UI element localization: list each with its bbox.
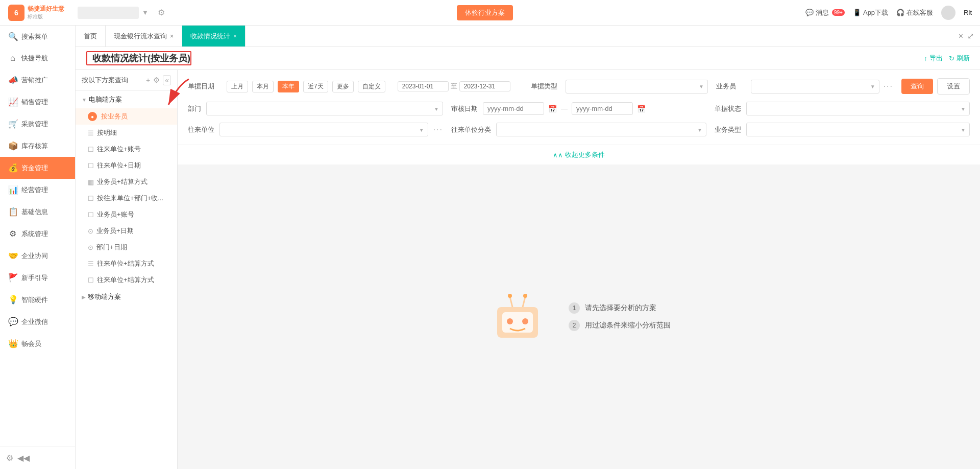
gear-settings[interactable]: ⚙ <box>158 8 165 17</box>
sidebar-item-operation[interactable]: 📊 经营管理 <box>0 179 75 201</box>
scheme-item-partner-dept[interactable]: ☐ 按往来单位+部门+收... <box>76 190 177 206</box>
sidebar-item-wechat[interactable]: 💬 企业微信 <box>0 311 75 333</box>
scheme-item-partner-account[interactable]: ☐ 往来单位+账号 <box>76 141 177 157</box>
tab-close-cash-flow[interactable]: × <box>170 33 174 40</box>
collapse-bar[interactable]: ∧∧ 收起更多条件 <box>178 145 980 165</box>
tab-cash-flow[interactable]: 现金银行流水查询 × <box>106 26 182 46</box>
trial-button[interactable]: 体验行业方案 <box>457 5 513 20</box>
partner-select[interactable] <box>219 123 428 136</box>
sidebar-item-basic[interactable]: 📋 基础信息 <box>0 201 75 223</box>
date-start-input[interactable] <box>398 81 449 91</box>
sidebar-item-search[interactable]: 🔍 搜索菜单 <box>0 26 75 48</box>
voucher-type-select[interactable] <box>566 80 708 93</box>
nav-breadcrumb: ▼ <box>78 7 149 19</box>
header-center: 体验行业方案 <box>457 5 513 20</box>
add-scheme-icon[interactable]: + <box>146 76 150 84</box>
scheme-item-partner-date[interactable]: ☐ 往来单位+日期 <box>76 157 177 174</box>
svg-line-4 <box>510 297 512 307</box>
review-date-end[interactable] <box>572 102 633 115</box>
dept-select[interactable] <box>206 102 443 115</box>
scheme-item-partner-settle1[interactable]: ☰ 往来单位+结算方式 <box>76 255 177 272</box>
scheme-settings-icon[interactable]: ⚙ <box>153 76 160 85</box>
sidebar-item-nav[interactable]: ⌂ 快捷导航 <box>0 48 75 69</box>
settings-button[interactable]: 设置 <box>937 78 970 95</box>
scheme-collapse-icon[interactable]: « <box>163 75 171 85</box>
date-btn-this-year[interactable]: 本年 <box>278 81 299 92</box>
sales-settle-icon: ▦ <box>88 178 94 186</box>
wechat-icon: 💬 <box>8 317 17 326</box>
action-buttons: 查询 设置 <box>901 78 970 95</box>
app-download-item[interactable]: 📱 App下载 <box>853 8 888 17</box>
tab-receipt-stat[interactable]: 收款情况统计 × <box>182 26 246 46</box>
online-service-item[interactable]: 🎧 在线客服 <box>896 8 933 17</box>
salesperson-more-icon[interactable]: ··· <box>884 82 893 91</box>
sidebar-item-guide[interactable]: 🚩 新手引导 <box>0 267 75 289</box>
partner-category-select[interactable] <box>496 123 706 136</box>
review-date-group: 审核日期 📅 — 📅 <box>451 102 706 115</box>
partner-date-icon: ☐ <box>88 162 94 170</box>
sidebar-item-hardware[interactable]: 💡 智能硬件 <box>0 289 75 311</box>
business-type-select-wrapper <box>746 123 970 136</box>
voucher-status-select-wrapper <box>746 102 970 115</box>
business-type-select[interactable] <box>746 123 970 136</box>
voucher-type-select-wrapper <box>566 80 708 93</box>
sidebar-item-member[interactable]: 👑 畅会员 <box>0 333 75 355</box>
calendar-start-icon[interactable]: 📅 <box>548 105 557 113</box>
date-end-input[interactable] <box>459 81 510 91</box>
sidebar-item-finance[interactable]: 💰 资金管理 <box>0 157 75 179</box>
dept-group: 部门 <box>188 102 443 115</box>
sidebar-collapse-icon[interactable]: ◀◀ <box>17 453 30 463</box>
page-header: 收款情况统计(按业务员) ↑ 导出 ↻ 刷新 <box>76 47 980 70</box>
tab-bar: 首页 现金银行流水查询 × 收款情况统计 × × ⤢ <box>76 26 980 47</box>
sidebar-item-purchase[interactable]: 🛒 采购管理 <box>0 113 75 135</box>
scheme-item-by-salesperson[interactable]: ● 按业务员 <box>76 108 177 125</box>
group-arrow-pc: ▼ <box>82 97 87 103</box>
partner-dept-icon: ☐ <box>88 195 94 202</box>
scheme-item-partner-settle2[interactable]: ☐ 往来单位+结算方式 <box>76 272 177 288</box>
scheme-item-by-detail[interactable]: ☰ 按明细 <box>76 125 177 141</box>
user-avatar[interactable] <box>941 6 955 20</box>
sidebar-item-collab[interactable]: 🤝 企业协同 <box>0 245 75 267</box>
scheme-item-dept-date[interactable]: ⊙ 部门+日期 <box>76 239 177 255</box>
sidebar-item-system[interactable]: ⚙ 系统管理 <box>0 223 75 245</box>
scheme-group-mobile[interactable]: ▶ 移动端方案 <box>76 288 177 306</box>
tab-close-receipt-stat[interactable]: × <box>233 33 237 40</box>
collapse-icon: ∧∧ <box>553 151 563 159</box>
refresh-button[interactable]: ↻ 刷新 <box>949 54 970 63</box>
scheme-item-sales-settle[interactable]: ▦ 业务员+结算方式 <box>76 174 177 190</box>
sidebar-item-inventory[interactable]: 📦 库存核算 <box>0 135 75 157</box>
close-all-tabs-icon[interactable]: × <box>959 32 963 41</box>
sidebar-settings-icon[interactable]: ⚙ <box>6 453 13 463</box>
tab-home[interactable]: 首页 <box>76 26 106 46</box>
voucher-status-select[interactable] <box>746 102 970 115</box>
date-btn-custom[interactable]: 自定义 <box>358 81 385 92</box>
logo-icon: 6 <box>8 5 24 21</box>
messages-item[interactable]: 💬 消息 99+ <box>805 8 845 17</box>
salesperson-select[interactable] <box>751 80 879 93</box>
scheme-group-pc[interactable]: ▼ 电脑端方案 <box>76 91 177 108</box>
review-date-start[interactable] <box>483 102 544 115</box>
sidebar-item-marketing[interactable]: 📣 营销推广 <box>0 69 75 91</box>
purchase-icon: 🛒 <box>8 119 17 129</box>
partner-more-icon[interactable]: ··· <box>433 125 443 134</box>
scheme-item-sales-account[interactable]: ☐ 业务员+账号 <box>76 206 177 223</box>
illustration-svg <box>487 282 548 343</box>
query-button[interactable]: 查询 <box>901 79 933 94</box>
salesperson-label: 业务员 <box>716 82 747 91</box>
maximize-icon[interactable]: ⤢ <box>967 31 974 41</box>
calendar-end-icon[interactable]: 📅 <box>637 105 646 113</box>
export-button[interactable]: ↑ 导出 <box>924 54 943 63</box>
date-btn-more[interactable]: 更多 <box>332 81 354 92</box>
date-btn-7days[interactable]: 近7天 <box>303 81 328 92</box>
hardware-icon: 💡 <box>8 295 17 304</box>
empty-state-content: 1 请先选择要分析的方案 2 用过滤条件来缩小分析范围 <box>487 282 671 353</box>
download-icon: 📱 <box>853 9 861 16</box>
gear-icon[interactable]: ⚙ <box>158 8 165 17</box>
svg-point-2 <box>507 318 513 324</box>
sidebar-item-sales[interactable]: 📈 销售管理 <box>0 91 75 113</box>
date-btn-last-month[interactable]: 上月 <box>227 81 248 92</box>
review-date-label: 审核日期 <box>451 104 478 113</box>
scheme-item-sales-date[interactable]: ⊙ 业务员+日期 <box>76 223 177 239</box>
date-btn-this-month[interactable]: 本月 <box>252 81 274 92</box>
partner-category-label: 往来单位分类 <box>451 125 491 134</box>
